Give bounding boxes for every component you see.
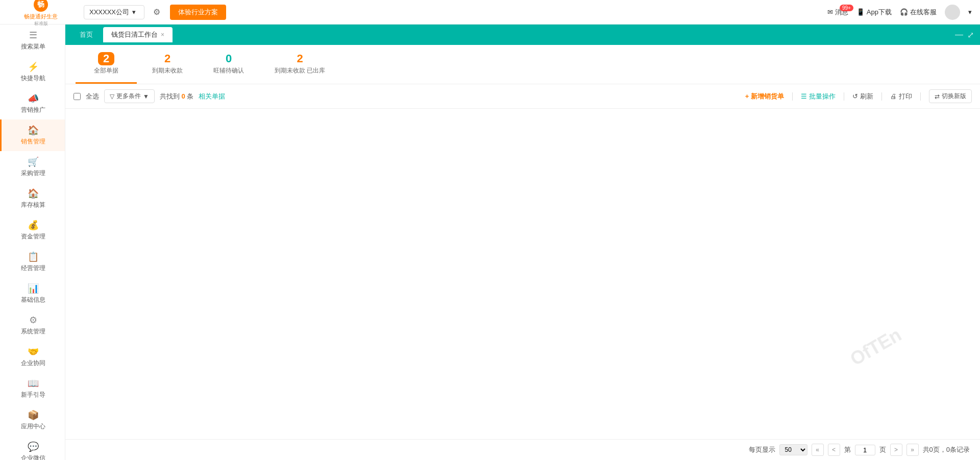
stat-label-all: 全部单据 [94, 66, 118, 75]
sidebar-item-search-menu[interactable]: ☰ 搜索菜单 [0, 25, 65, 56]
refresh-label: 刷新 [860, 92, 873, 101]
message-item[interactable]: ✉ 消息 99+ [827, 8, 848, 17]
sidebar-item-basic[interactable]: 📊 基础信息 [0, 278, 65, 309]
print-btn[interactable]: 🖨 打印 [890, 92, 912, 101]
online-service-label: 在线客服 [910, 8, 937, 17]
inventory-icon: 🏠 [28, 188, 39, 199]
batch-label: 批量操作 [809, 92, 836, 101]
sidebar-item-purchase[interactable]: 🛒 采购管理 [0, 151, 65, 183]
first-page-btn[interactable]: « [812, 444, 824, 456]
select-all-checkbox[interactable] [74, 93, 81, 100]
stat-label-overdue: 到期未收款 [152, 66, 183, 75]
stat-card-wangwang[interactable]: 0 旺辅待确认 [198, 45, 259, 84]
prev-page-btn[interactable]: < [828, 444, 840, 456]
sidebar-label-purchase: 采购管理 [21, 169, 45, 178]
tab-close-icon[interactable]: × [161, 31, 164, 38]
wechat-icon: 💬 [28, 441, 39, 452]
cooperation-icon: 🤝 [28, 346, 39, 357]
tab-home[interactable]: 首页 [71, 27, 101, 42]
tab-maximize-btn[interactable]: ⤢ [967, 30, 974, 40]
stat-num-all: 2 [98, 52, 114, 65]
toolbar-divider-2 [844, 92, 844, 101]
logo-text: 畅捷通好生意 [24, 13, 58, 20]
print-icon: 🖨 [890, 92, 897, 100]
prev-page-icon: < [832, 446, 836, 453]
trial-button[interactable]: 体验行业方案 [170, 5, 226, 20]
quick-nav-icon: ⚡ [28, 61, 39, 72]
message-icon: ✉ [827, 8, 833, 16]
page-size-select[interactable]: 50 10 20 100 [779, 444, 807, 455]
stat-card-all[interactable]: 2 全部单据 [76, 45, 137, 84]
sidebar-label-sales: 销售管理 [21, 137, 45, 146]
stat-card-overdue-out[interactable]: 2 到期未收款 已出库 [259, 45, 340, 84]
sidebar-item-app-center[interactable]: 📦 应用中心 [0, 404, 65, 436]
pagination-bar: 每页显示 50 10 20 100 « < 第 页 > [65, 439, 980, 460]
total-text: 共0页，0条记录 [923, 445, 970, 454]
toolbar-divider-4 [920, 92, 921, 101]
sidebar: ☰ 搜索菜单 ⚡ 快捷导航 📣 营销推广 🏠 销售管理 🛒 采购管理 🏠 库存核… [0, 25, 65, 460]
stats-row: 2 全部单据 2 到期未收款 0 旺辅待确认 2 到期未收款 已出库 [65, 45, 980, 84]
sidebar-item-system[interactable]: ⚙ 系统管理 [0, 309, 65, 341]
stat-num-overdue-out: 2 [297, 52, 303, 65]
sidebar-label-system: 系统管理 [21, 327, 45, 336]
marketing-icon: 📣 [28, 93, 39, 104]
sidebar-item-operation[interactable]: 📋 经营管理 [0, 246, 65, 278]
page-number-input[interactable] [855, 445, 875, 455]
user-avatar[interactable] [945, 5, 960, 20]
print-label: 打印 [899, 92, 912, 101]
online-service-item[interactable]: 🎧 在线客服 [900, 8, 937, 17]
sidebar-item-sales[interactable]: 🏠 销售管理 [0, 119, 65, 151]
related-records-link[interactable]: 相关单据 [199, 92, 225, 101]
batch-btn[interactable]: ☰ 批量操作 [801, 92, 836, 101]
table-area [65, 109, 980, 439]
filter-button[interactable]: ▽ 更多条件 ▼ [104, 89, 155, 103]
basic-icon: 📊 [28, 283, 39, 294]
sidebar-label-quick-nav: 快捷导航 [21, 74, 45, 83]
tab-active[interactable]: 钱货日清工作台 × [103, 27, 173, 42]
chevron-down-icon: ▾ [132, 8, 136, 16]
app-download-label: App下载 [867, 8, 892, 17]
sidebar-label-cooperation: 企业协同 [21, 359, 45, 368]
sidebar-item-cooperation[interactable]: 🤝 企业协同 [0, 341, 65, 373]
sidebar-label-operation: 经营管理 [21, 264, 45, 273]
refresh-btn[interactable]: ↺ 刷新 [852, 92, 873, 101]
new-sales-btn[interactable]: + 新增销货单 [745, 92, 784, 101]
sidebar-item-quick-nav[interactable]: ⚡ 快捷导航 [0, 56, 65, 88]
sidebar-item-marketing[interactable]: 📣 营销推广 [0, 88, 65, 119]
sidebar-item-wechat[interactable]: 💬 企业微信 [0, 436, 65, 460]
sidebar-label-wechat: 企业微信 [21, 454, 45, 460]
app-download-item[interactable]: 📱 App下载 [856, 8, 892, 17]
switch-label: 切换新版 [942, 92, 966, 101]
settings-button[interactable]: ⚙ [149, 4, 165, 20]
next-page-btn[interactable]: > [890, 444, 902, 456]
stat-label-wangwang: 旺辅待确认 [213, 66, 244, 75]
found-prefix: 共找到 [160, 92, 180, 100]
toolbar-divider-3 [881, 92, 882, 101]
refresh-icon: ↺ [852, 92, 858, 100]
select-all-label: 全选 [86, 92, 99, 101]
switch-version-btn[interactable]: ⇄ 切换新版 [929, 89, 972, 103]
purchase-icon: 🛒 [28, 156, 39, 167]
page-size-label: 每页显示 [749, 445, 775, 454]
toolbar-right: + 新增销货单 ☰ 批量操作 ↺ 刷新 🖨 打印 [745, 89, 972, 103]
sidebar-item-guide[interactable]: 📖 新手引导 [0, 373, 65, 404]
sidebar-item-inventory[interactable]: 🏠 库存核算 [0, 183, 65, 214]
stat-num-overdue: 2 [164, 52, 170, 65]
toolbar-left: 全选 ▽ 更多条件 ▼ 共找到 0 条 相关单据 [74, 89, 225, 103]
tab-minimize-btn[interactable]: — [955, 30, 963, 40]
stat-card-overdue[interactable]: 2 到期未收款 [137, 45, 198, 84]
company-selector[interactable]: XXXXXX公司 ▾ [84, 5, 144, 19]
sidebar-label-marketing: 营销推广 [21, 106, 45, 114]
message-badge: 99+ [840, 5, 853, 11]
switch-icon: ⇄ [935, 93, 940, 100]
last-page-btn[interactable]: » [906, 444, 919, 456]
logo-area: 畅 畅捷通好生意 标准版 [8, 0, 74, 27]
tabs-bar: 首页 钱货日清工作台 × — ⤢ [65, 25, 980, 45]
filter-icon: ▽ [110, 93, 114, 100]
found-text: 共找到 0 条 [160, 92, 193, 101]
first-page-icon: « [816, 446, 819, 453]
user-name-area[interactable]: ▾ [968, 8, 972, 16]
sidebar-item-finance[interactable]: 💰 资金管理 [0, 214, 65, 246]
sidebar-label-finance: 资金管理 [21, 232, 45, 241]
tabs-right-controls: — ⤢ [955, 30, 974, 40]
